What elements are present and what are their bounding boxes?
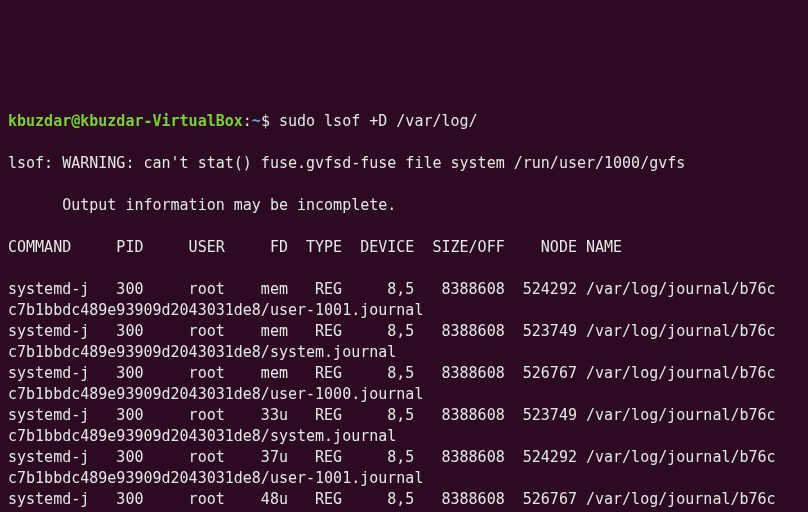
table-row-continuation: c7b1bbdc489e93909d2043031de8/user-1000.j… bbox=[8, 384, 800, 405]
terminal-output[interactable]: kbuzdar@kbuzdar-VirtualBox:~$ sudo lsof … bbox=[0, 84, 808, 512]
table-row: systemd-j 300 root 48u REG 8,5 8388608 5… bbox=[8, 489, 800, 510]
warning-line: lsof: WARNING: can't stat() fuse.gvfsd-f… bbox=[8, 153, 800, 174]
table-row: systemd-j 300 root 33u REG 8,5 8388608 5… bbox=[8, 405, 800, 426]
prompt-line: kbuzdar@kbuzdar-VirtualBox:~$ sudo lsof … bbox=[8, 111, 800, 132]
prompt-path: ~ bbox=[252, 112, 261, 130]
table-row-continuation: c7b1bbdc489e93909d2043031de8/user-1001.j… bbox=[8, 300, 800, 321]
table-header: COMMAND PID USER FD TYPE DEVICE SIZE/OFF… bbox=[8, 237, 800, 258]
prompt-dollar: $ bbox=[261, 112, 279, 130]
table-row-continuation: c7b1bbdc489e93909d2043031de8/system.jour… bbox=[8, 342, 800, 363]
table-row: systemd-j 300 root mem REG 8,5 8388608 5… bbox=[8, 363, 800, 384]
table-row-continuation: c7b1bbdc489e93909d2043031de8/system.jour… bbox=[8, 426, 800, 447]
warning-line: Output information may be incomplete. bbox=[8, 195, 800, 216]
table-row: systemd-j 300 root mem REG 8,5 8388608 5… bbox=[8, 321, 800, 342]
table-row: systemd-j 300 root mem REG 8,5 8388608 5… bbox=[8, 279, 800, 300]
table-row-continuation: c7b1bbdc489e93909d2043031de8/user-1001.j… bbox=[8, 468, 800, 489]
command-text: sudo lsof +D /var/log/ bbox=[279, 112, 478, 130]
prompt-user-host: kbuzdar@kbuzdar-VirtualBox bbox=[8, 112, 243, 130]
table-row: systemd-j 300 root 37u REG 8,5 8388608 5… bbox=[8, 447, 800, 468]
prompt-colon: : bbox=[243, 112, 252, 130]
